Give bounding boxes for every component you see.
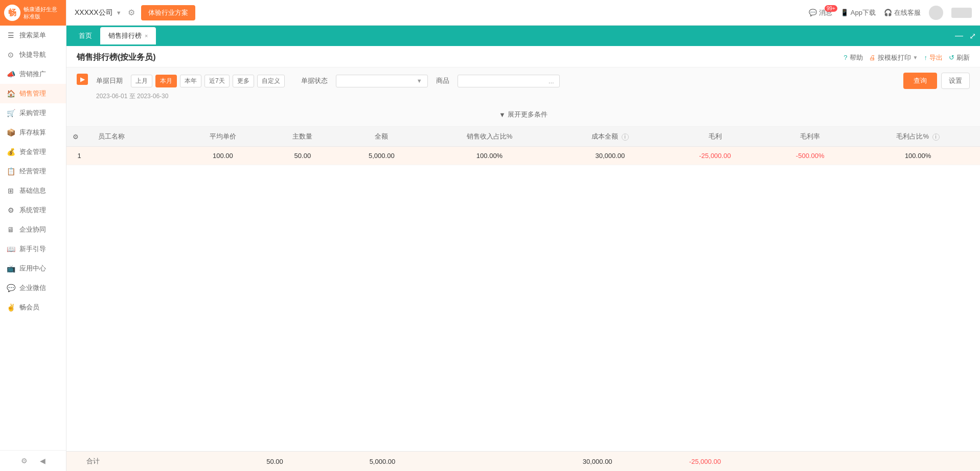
sidebar-item-enterprise-wechat[interactable]: 💬 企业微信 [0,278,66,298]
topbar-message-btn[interactable]: 💬 消息 99+ [809,8,832,17]
company-selector[interactable]: XXXXX公司 ▼ [75,8,122,17]
gross-pct-info-icon[interactable]: i [932,133,940,141]
collab-icon: 🖥 [6,226,15,234]
date-btn-this-year[interactable]: 本年 [180,75,201,87]
maximize-window-btn[interactable]: ⤢ [969,31,976,41]
filter-row-1: 单据日期 上月 本月 本年 近7天 更多 自定义 单据状态 [96,73,970,89]
sidebar-menu: ☰ 搜索菜单 ⊙ 快捷导航 📣 营销推广 🏠 销售管理 🛒 采购管理 📦 库存核… [0,26,66,450]
settings-button[interactable]: 设置 [941,73,970,89]
sidebar-item-inventory[interactable]: 📦 库存核算 [0,123,66,142]
user-name[interactable] [951,8,972,18]
app-center-icon: 📺 [6,264,15,273]
page-content: 销售排行榜(按业务员) ? 帮助 🖨 按模板打印 ▼ ↑ 导出 ↺ 刷新 [66,46,980,471]
basic-info-icon: ⊞ [6,187,15,195]
cell-gross: -25,000.00 [666,147,764,165]
col-gross-pct: 毛利占比% i [856,127,980,147]
expand-conditions-btn[interactable]: ▼ 展开更多条件 [493,108,554,121]
query-button[interactable]: 查询 [903,73,937,89]
print-icon: 🖨 [869,54,876,61]
col-qty: 主数量 [266,127,338,147]
footer-qty: 50.00 [221,458,328,465]
sidebar-item-beginner[interactable]: 📖 新手引导 [0,239,66,259]
table-footer: 合计 50.00 5,000.00 30,000.00 -25,000.00 [66,451,980,471]
sidebar-item-quick-nav[interactable]: ⊙ 快捷导航 [0,45,66,64]
system-icon: ⚙ [6,206,15,214]
operations-icon: 📋 [6,167,15,175]
status-filter-input[interactable]: ▼ [336,75,428,87]
print-btn[interactable]: 🖨 按模板打印 ▼ [869,53,918,62]
headset-icon: 🎧 [884,9,892,16]
search-icon: ☰ [6,31,15,39]
sidebar-item-purchase[interactable]: 🛒 采购管理 [0,103,66,123]
export-btn[interactable]: ↑ 导出 [924,53,943,62]
topbar-settings-icon[interactable]: ⚙ [128,8,135,17]
nav-tab-window-actions: — ⤢ [955,31,976,41]
date-btn-last-month[interactable]: 上月 [131,75,152,87]
date-btn-7days[interactable]: 近7天 [204,75,230,87]
trial-button[interactable]: 体验行业方案 [141,5,195,20]
cell-gross-pct: 100.00% [856,147,980,165]
print-chevron-icon: ▼ [913,55,918,60]
filter-expand-icon[interactable]: ▶ [77,74,88,85]
table-header: ⚙ 员工名称 平均单价 主数量 全额 销售收入占比% 成本全额 i 毛利 毛利率 [66,127,980,147]
topbar-app-download-btn[interactable]: 📱 App下载 [840,8,876,17]
table-row: 1 100.00 50.00 5,000.00 100.00% 30,000.0… [66,147,980,165]
nav-tabs: 首页 销售排行榜 × — ⤢ [66,26,980,46]
settings-gear-icon[interactable]: ⚙ [73,133,79,141]
message-icon: 💬 [809,9,817,16]
sidebar-item-capital[interactable]: 💰 资金管理 [0,142,66,162]
tab-home[interactable]: 首页 [71,27,100,44]
col-cost: 成本全额 i [555,127,666,147]
message-badge: 99+ [825,5,837,12]
sidebar-item-app-center[interactable]: 📺 应用中心 [0,259,66,278]
sidebar-logo: 畅 畅康通好生意 标准版 [0,0,66,26]
avatar[interactable] [929,6,943,20]
close-tab-icon[interactable]: × [145,33,148,39]
cost-info-icon[interactable]: i [622,133,629,141]
expand-conditions-row: ▼ 展开更多条件 [77,104,970,121]
date-filter-label: 单据日期 [96,76,123,85]
status-chevron-icon: ▼ [417,78,422,84]
sidebar-collapse-btn[interactable]: ◀ [36,455,50,467]
data-table: ⚙ 员工名称 平均单价 主数量 全额 销售收入占比% 成本全额 i 毛利 毛利率 [66,127,980,165]
sidebar-item-marketing[interactable]: 📣 营销推广 [0,64,66,84]
logo-text: 畅康通好生意 标准版 [24,6,57,20]
goods-value [463,77,465,85]
page-actions: ? 帮助 🖨 按模板打印 ▼ ↑ 导出 ↺ 刷新 [844,53,970,62]
member-icon: ✌ [6,303,15,311]
phone-icon: 📱 [840,9,849,16]
inventory-icon: 📦 [6,128,15,137]
date-btn-custom[interactable]: 自定义 [257,75,285,87]
cell-amount: 5,000.00 [339,147,424,165]
cell-rank: 1 [66,147,92,165]
page-title: 销售排行榜(按业务员) [77,52,156,63]
topbar: XXXXX公司 ▼ ⚙ 体验行业方案 💬 消息 99+ 📱 App下载 🎧 在线… [66,0,980,26]
goods-more-icon: ... [549,77,554,85]
col-amount: 全额 [339,127,424,147]
sidebar-item-operations[interactable]: 📋 经营管理 [0,162,66,181]
table-body: 1 100.00 50.00 5,000.00 100.00% 30,000.0… [66,147,980,165]
topbar-online-service-btn[interactable]: 🎧 在线客服 [884,8,921,17]
col-name: 员工名称 [92,127,179,147]
sidebar-item-enterprise-collab[interactable]: 🖥 企业协同 [0,220,66,239]
status-filter-label: 单据状态 [301,76,328,85]
sidebar-item-member[interactable]: ✌ 畅会员 [0,298,66,317]
logo-icon: 畅 [4,5,20,21]
minimize-window-btn[interactable]: — [955,31,963,40]
date-btn-this-month[interactable]: 本月 [155,75,177,87]
sidebar: 畅 畅康通好生意 标准版 ☰ 搜索菜单 ⊙ 快捷导航 📣 营销推广 🏠 销售管理… [0,0,66,471]
refresh-btn[interactable]: ↺ 刷新 [949,53,970,62]
purchase-icon: 🛒 [6,109,15,117]
date-btn-more[interactable]: 更多 [233,75,254,87]
sidebar-item-sales[interactable]: 🏠 销售管理 [0,84,66,103]
sidebar-item-basic-info[interactable]: ⊞ 基础信息 [0,181,66,200]
sidebar-settings-btn[interactable]: ⚙ [17,455,32,467]
help-icon: ? [844,54,847,61]
capital-icon: 💰 [6,148,15,156]
goods-filter-input[interactable]: ... [458,75,560,87]
cell-name [92,147,179,165]
tab-sales-ranking[interactable]: 销售排行榜 × [100,27,156,44]
sidebar-item-search-order[interactable]: ☰ 搜索菜单 [0,26,66,45]
help-btn[interactable]: ? 帮助 [844,53,862,62]
sidebar-item-system[interactable]: ⚙ 系统管理 [0,200,66,220]
